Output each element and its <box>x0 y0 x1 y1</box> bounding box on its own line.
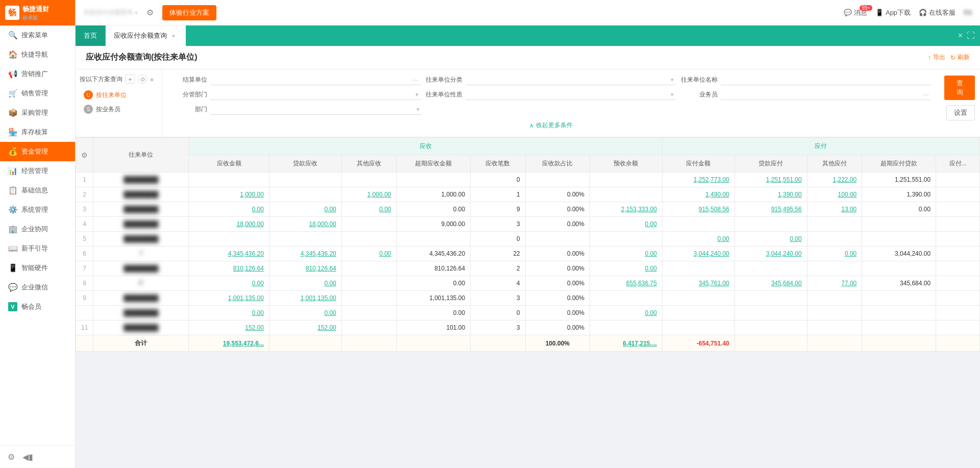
user-info[interactable]: Rit <box>964 9 972 16</box>
unit-type-dropdown-icon[interactable]: ▾ <box>669 77 676 83</box>
cell-value[interactable]: 0.00 <box>269 276 341 291</box>
cell-value[interactable] <box>734 306 807 321</box>
unit-type-input[interactable] <box>465 75 669 85</box>
cell-value[interactable]: 1,001,135.00 <box>269 291 341 306</box>
cell-value[interactable] <box>807 306 862 321</box>
cell-value[interactable]: 1,000.00 <box>189 187 270 202</box>
tab-close-all-icon[interactable]: × <box>958 31 963 40</box>
sidebar-item-search[interactable]: 🔍 搜索菜单 <box>0 26 75 45</box>
sidebar-item-shortcut[interactable]: 🏠 快捷导航 <box>0 45 75 64</box>
query-by-staff[interactable]: S 按业务员 <box>80 102 158 116</box>
cell-value[interactable] <box>734 261 807 276</box>
cell-value[interactable]: 1,251,551.00 <box>734 173 807 187</box>
sidebar-item-operation[interactable]: 📊 经营管理 <box>0 161 75 181</box>
sidebar-item-hardware[interactable]: 📱 智能硬件 <box>0 258 75 278</box>
cell-value[interactable] <box>269 232 341 247</box>
cell-value[interactable] <box>662 261 734 276</box>
cell-value[interactable] <box>807 291 862 306</box>
filter-collapse-btn[interactable]: « <box>150 76 154 83</box>
add-filter-btn[interactable]: + <box>126 75 135 84</box>
cell-value[interactable] <box>662 291 734 306</box>
cell-value[interactable] <box>734 291 807 306</box>
cell-value[interactable]: 915,495.56 <box>734 202 807 217</box>
cell-value[interactable]: 0.00 <box>734 232 807 247</box>
cell-value[interactable] <box>662 217 734 232</box>
header-gear-icon[interactable]: ⚙ <box>143 6 157 20</box>
cell-value[interactable]: 0.00 <box>269 202 341 217</box>
cell-value[interactable] <box>662 321 734 335</box>
cell-value[interactable]: 0.00 <box>590 261 662 276</box>
cell-value[interactable]: 152.00 <box>269 321 341 335</box>
unit-name-input[interactable] <box>721 75 931 85</box>
cell-value[interactable] <box>341 321 397 335</box>
cell-value[interactable]: 0.00 <box>189 276 270 291</box>
cell-value[interactable] <box>341 306 397 321</box>
cell-value[interactable]: 4,345,436.20 <box>269 247 341 261</box>
cell-value[interactable] <box>189 173 270 187</box>
query-by-unit[interactable]: U 按往来单位 <box>80 88 158 102</box>
unit-nature-dropdown-icon[interactable]: ▾ <box>669 91 676 98</box>
cell-value[interactable]: 0.00 <box>189 306 270 321</box>
table-settings-icon[interactable]: ⚙ <box>81 151 88 159</box>
cell-value[interactable]: 0.00 <box>341 202 397 217</box>
cell-value[interactable] <box>590 321 662 335</box>
cell-value[interactable]: 0.00 <box>590 247 662 261</box>
cell-value[interactable] <box>341 217 397 232</box>
cell-value[interactable]: 1,000.00 <box>341 187 397 202</box>
cell-value[interactable]: 2,153,333.00 <box>590 202 662 217</box>
cell-value[interactable]: 810,126.64 <box>189 261 270 276</box>
subdept-input[interactable] <box>210 104 414 114</box>
cell-value[interactable] <box>341 291 397 306</box>
cell-value[interactable] <box>590 173 662 187</box>
sidebar-item-system[interactable]: ⚙️ 系统管理 <box>0 200 75 219</box>
settlement-input[interactable] <box>210 75 410 85</box>
export-btn[interactable]: ↑ 导出 <box>928 53 945 62</box>
dept-input[interactable] <box>210 89 413 100</box>
cell-value[interactable]: 1,252,773.00 <box>662 173 734 187</box>
cell-value[interactable]: 655,636.75 <box>590 276 662 291</box>
cell-value[interactable] <box>590 291 662 306</box>
online-service-btn[interactable]: 🎧 在线客服 <box>919 8 955 17</box>
sidebar-collapse-icon[interactable]: ◀▮ <box>21 451 34 463</box>
th-settings[interactable]: ⚙ <box>76 138 93 173</box>
cell-value[interactable]: 1,490.00 <box>662 187 734 202</box>
filter-settings-btn[interactable]: ⊙ <box>138 75 147 84</box>
cell-value[interactable] <box>807 321 862 335</box>
cell-value[interactable] <box>590 232 662 247</box>
cell-value[interactable]: 0.00 <box>590 217 662 232</box>
cell-value[interactable] <box>341 276 397 291</box>
cell-value[interactable] <box>807 261 862 276</box>
cell-value[interactable]: 1,222.00 <box>807 173 862 187</box>
collapse-row[interactable]: ∧ 收起更多条件 <box>170 119 931 132</box>
cell-value[interactable]: 100.00 <box>807 187 862 202</box>
cell-value[interactable] <box>341 173 397 187</box>
sidebar-item-inventory[interactable]: 🏪 库存核算 <box>0 122 75 142</box>
footer-ar-amount[interactable]: 19,553,472,6... <box>189 335 270 352</box>
cell-value[interactable] <box>807 217 862 232</box>
cell-value[interactable]: 0.00 <box>590 306 662 321</box>
cell-value[interactable]: 915,508.56 <box>662 202 734 217</box>
sidebar-settings-icon[interactable]: ⚙ <box>5 451 17 463</box>
cell-value[interactable]: 0.00 <box>807 247 862 261</box>
cell-value[interactable]: 0.00 <box>341 247 397 261</box>
tab-ar-ap[interactable]: 应收应付余额查询 × <box>106 26 186 46</box>
cell-value[interactable]: 0.00 <box>269 306 341 321</box>
cell-value[interactable]: 1,001,135.00 <box>189 291 270 306</box>
sidebar-item-member[interactable]: V 畅会员 <box>0 297 75 316</box>
footer-ar-prepay[interactable]: 6,417,215.... <box>590 335 662 352</box>
cell-value[interactable]: 345,761.00 <box>662 276 734 291</box>
subdept-dropdown-icon[interactable]: ▾ <box>414 106 422 113</box>
cell-value[interactable]: 345,684.00 <box>734 276 807 291</box>
salesperson-dots[interactable]: ··· <box>921 90 931 98</box>
cell-value[interactable]: 810,126.64 <box>269 261 341 276</box>
cell-value[interactable] <box>341 261 397 276</box>
cell-value[interactable]: 18,000.00 <box>269 217 341 232</box>
app-download-btn[interactable]: 📱 App下载 <box>875 8 911 17</box>
cell-value[interactable] <box>269 173 341 187</box>
refresh-btn[interactable]: ↻ 刷新 <box>950 53 970 62</box>
cell-value[interactable] <box>590 187 662 202</box>
cell-value[interactable] <box>807 232 862 247</box>
tab-expand-icon[interactable]: ⛶ <box>967 31 975 40</box>
cell-value[interactable]: 4,345,436.20 <box>189 247 270 261</box>
cell-value[interactable] <box>189 232 270 247</box>
